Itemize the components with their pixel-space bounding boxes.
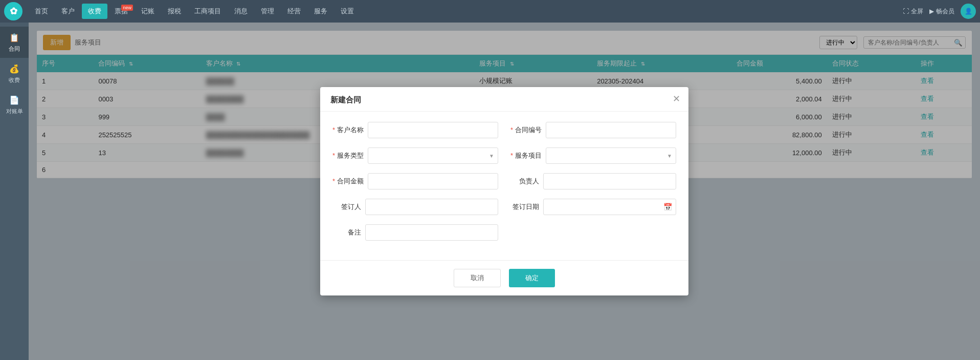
nav-billing[interactable]: 收费: [82, 4, 107, 19]
nav-service[interactable]: 服务: [308, 4, 333, 19]
form-row-1: 客户名称 合同编号: [332, 122, 676, 138]
sidebar-item-contract-label: 合同: [9, 45, 20, 53]
logo-icon: ✿: [10, 6, 17, 17]
member-button[interactable]: ▶ 畅会员: [929, 7, 954, 16]
sidebar-item-billing[interactable]: 💰 收费: [0, 58, 29, 89]
form-row-4: 签订人 签订日期 2023-06-06 📅: [332, 199, 676, 215]
nav-tax[interactable]: 报税: [162, 4, 187, 19]
contract-icon: 📋: [9, 32, 20, 43]
top-navigation: ✿ 首页 客户 收费 票据 new 记账 报税 工商项目 消息 管理 经营 服务…: [0, 0, 980, 23]
nav-business[interactable]: 工商项目: [188, 4, 227, 19]
play-icon: ▶: [929, 8, 934, 15]
sign-date-label: 签订日期: [510, 202, 539, 211]
content-area: 新增 服务项目 进行中 已完成 已取消 🔍: [29, 23, 980, 360]
form-group-contract-no: 合同编号: [510, 122, 676, 138]
fullscreen-button[interactable]: ⛶ 全屏: [903, 7, 923, 16]
modal-footer: 取消 确定: [320, 260, 688, 295]
form-group-responsible: 负责人: [510, 173, 676, 189]
logo: ✿: [4, 2, 23, 20]
remark-label: 备注: [332, 228, 361, 237]
nav-items: 首页 客户 收费 票据 new 记账 报税 工商项目 消息 管理 经营 服务 设…: [29, 4, 903, 19]
form-row-5: 备注: [332, 224, 676, 241]
nav-invoice[interactable]: 票据 new: [108, 4, 134, 19]
avatar-icon: 👤: [965, 8, 972, 15]
topnav-right: ⛶ 全屏 ▶ 畅会员 👤: [903, 4, 976, 19]
service-item-select[interactable]: [546, 147, 676, 164]
form-group-remark: 备注: [332, 224, 498, 241]
form-group-customer: 客户名称: [332, 122, 498, 138]
signer-input[interactable]: [365, 199, 498, 215]
sidebar-item-contract[interactable]: 📋 合同: [0, 27, 29, 58]
nav-home[interactable]: 首页: [29, 4, 54, 19]
sidebar-item-statement-label: 对账单: [6, 108, 23, 115]
amount-label: 合同金额: [332, 177, 364, 186]
confirm-button[interactable]: 确定: [509, 269, 555, 287]
signer-label: 签订人: [332, 202, 361, 211]
new-contract-modal: 新建合同 ✕ 客户名称 合同编号: [320, 87, 688, 295]
fullscreen-icon: ⛶: [903, 8, 909, 15]
sidebar-item-billing-label: 收费: [9, 76, 20, 84]
statement-icon: 📄: [9, 94, 20, 105]
cancel-button[interactable]: 取消: [454, 269, 501, 287]
contract-no-label: 合同编号: [510, 125, 542, 135]
sign-date-input[interactable]: 2023-06-06: [543, 199, 676, 215]
service-type-select-wrap: ▼: [368, 147, 498, 164]
form-group-service-type: 服务类型 ▼: [332, 147, 498, 164]
sidebar-item-statement[interactable]: 📄 对账单: [0, 89, 29, 120]
billing-icon: 💰: [9, 63, 20, 74]
remark-input[interactable]: [365, 224, 498, 241]
service-item-select-wrap: ▼: [546, 147, 676, 164]
sign-date-wrap: 2023-06-06 📅: [543, 199, 676, 215]
main-layout: 📋 合同 💰 收费 📄 对账单 新增 服务项目 进行中 已完成 已取消: [0, 23, 980, 360]
nav-management[interactable]: 管理: [255, 4, 280, 19]
form-group-sign-date: 签订日期 2023-06-06 📅: [510, 199, 676, 215]
contract-no-input[interactable]: [546, 122, 676, 138]
nav-customer[interactable]: 客户: [55, 4, 81, 19]
responsible-input[interactable]: [543, 173, 676, 189]
modal-close-button[interactable]: ✕: [673, 93, 680, 104]
form-row-2: 服务类型 ▼ 服务项目: [332, 147, 676, 164]
modal-body: 客户名称 合同编号 服务类型: [320, 112, 688, 260]
nav-accounting[interactable]: 记账: [135, 4, 161, 19]
customer-name-label: 客户名称: [332, 125, 364, 135]
customer-name-input[interactable]: [368, 122, 498, 138]
sidebar: 📋 合同 💰 收费 📄 对账单: [0, 23, 29, 360]
service-type-select[interactable]: [368, 147, 498, 164]
form-group-service-item: 服务项目 ▼: [510, 147, 676, 164]
form-group-signer: 签订人: [332, 199, 498, 215]
responsible-label: 负责人: [510, 177, 539, 186]
service-item-label: 服务项目: [510, 151, 542, 160]
form-row-3: 合同金额 0.00 负责人: [332, 173, 676, 189]
form-group-amount: 合同金额 0.00: [332, 173, 498, 189]
user-avatar[interactable]: 👤: [961, 4, 976, 19]
modal-title: 新建合同: [320, 87, 688, 112]
modal-overlay: 新建合同 ✕ 客户名称 合同编号: [29, 23, 980, 360]
nav-settings[interactable]: 设置: [335, 4, 360, 19]
nav-message[interactable]: 消息: [228, 4, 254, 19]
nav-operation[interactable]: 经营: [281, 4, 307, 19]
new-badge: new: [121, 5, 133, 11]
amount-input[interactable]: 0.00: [368, 173, 498, 189]
service-type-label: 服务类型: [332, 151, 364, 160]
